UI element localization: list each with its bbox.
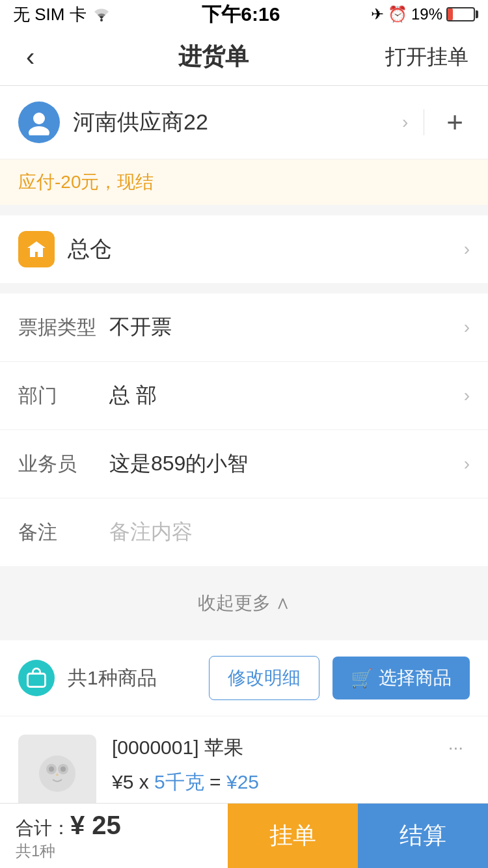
dept-row[interactable]: 部门 总 部 › [0, 361, 488, 429]
chevron-right-icon: › [464, 239, 470, 260]
notice-text: 应付-20元，现结 [18, 172, 154, 192]
nav-bar: ‹ 进货单 打开挂单 [0, 29, 488, 86]
product-price: ¥5 x 5千克 = ¥25 [112, 769, 426, 796]
page-title: 进货单 [178, 41, 249, 73]
svg-point-0 [100, 19, 103, 21]
qty-value: 5千克 [154, 771, 204, 793]
status-left: 无 SIM 卡 [13, 3, 111, 26]
total-amount: ¥ 25 [70, 811, 121, 840]
status-bar: 无 SIM 卡 下午6:16 ✈ ⏰ 19% [0, 0, 488, 29]
wifi-icon [92, 7, 111, 21]
edit-details-button[interactable]: 修改明细 [209, 656, 319, 700]
equals-sign: = [210, 771, 226, 793]
chevron-right-icon: › [464, 454, 470, 474]
add-button[interactable]: + [440, 106, 470, 139]
sales-label: 业务员 [18, 451, 109, 478]
product-thumbnail [18, 735, 96, 813]
owl-logo-icon [34, 751, 80, 796]
battery-icon [446, 7, 475, 21]
home-icon [26, 239, 47, 260]
product-name: [0000001] 苹果 [112, 735, 426, 761]
warehouse-row[interactable]: 总仓 › [0, 215, 488, 283]
shopping-bag-icon [25, 666, 48, 690]
location-icon: ✈ [371, 5, 384, 23]
bottom-bar: 合计： ¥ 25 共1种 挂单 结算 [0, 803, 488, 868]
carrier-text: 无 SIM 卡 [13, 3, 87, 26]
warehouse-section: 总仓 › [0, 215, 488, 283]
form-section: 票据类型 不开票 › 部门 总 部 › 业务员 这是859的小智 › 备注 备注… [0, 293, 488, 566]
invoice-label: 票据类型 [18, 314, 109, 341]
supplier-name: 河南供应商22 [73, 107, 402, 137]
back-button[interactable]: ‹ [20, 36, 41, 78]
remark-row[interactable]: 备注 备注内容 [0, 498, 488, 566]
collapse-label: 收起更多 ∧ [198, 591, 291, 616]
product-count: 共1种商品 [68, 665, 196, 692]
collapse-bar[interactable]: 收起更多 ∧ [0, 576, 488, 630]
vertical-divider [424, 109, 424, 135]
settle-button[interactable]: 结算 [358, 804, 488, 868]
product-code: [0000001] [112, 737, 198, 758]
chevron-right-icon: › [402, 112, 408, 133]
chevron-right-icon: › [464, 385, 470, 406]
invoice-row[interactable]: 票据类型 不开票 › [0, 293, 488, 361]
warehouse-icon [18, 231, 55, 267]
supplier-avatar [18, 102, 60, 143]
svg-point-8 [61, 766, 66, 772]
alarm-icon: ⏰ [388, 5, 407, 23]
dept-value: 总 部 [109, 381, 464, 410]
status-time: 下午6:16 [202, 1, 280, 28]
svg-point-7 [49, 766, 54, 772]
supplier-section: 河南供应商22 › + 应付-20元，现结 [0, 86, 488, 205]
supplier-row[interactable]: 河南供应商22 › + [0, 86, 488, 159]
price-separator: x [139, 771, 154, 793]
invoice-value: 不开票 [109, 313, 464, 342]
remark-input[interactable]: 备注内容 [109, 518, 470, 547]
status-right: ✈ ⏰ 19% [371, 5, 475, 23]
svg-point-2 [29, 126, 49, 135]
total-count: 共1种 [16, 841, 212, 861]
total-label: 合计： [16, 816, 70, 841]
sales-value: 这是859的小智 [109, 450, 464, 478]
svg-rect-3 [28, 673, 46, 686]
total-value: ¥25 [226, 771, 259, 793]
more-options-button[interactable]: ··· [442, 735, 470, 761]
warehouse-name: 总仓 [68, 234, 464, 264]
price-value: ¥5 [112, 771, 133, 793]
cart-icon: 🛒 [351, 668, 373, 689]
product-icon [18, 660, 55, 696]
battery-percent: 19% [411, 5, 442, 23]
product-title: 苹果 [204, 737, 243, 758]
sales-row[interactable]: 业务员 这是859的小智 › [0, 429, 488, 498]
remark-label: 备注 [18, 519, 109, 546]
main-content: 河南供应商22 › + 应付-20元，现结 总仓 › 票据类型 不开票 › [0, 86, 488, 868]
person-icon [26, 109, 52, 135]
product-header: 共1种商品 修改明细 🛒 选择商品 [0, 640, 488, 716]
svg-point-1 [33, 113, 45, 124]
product-info: [0000001] 苹果 ¥5 x 5千克 = ¥25 [112, 735, 426, 796]
pend-button[interactable]: 挂单 [228, 804, 358, 868]
select-product-button[interactable]: 🛒 选择商品 [332, 657, 470, 699]
open-pending-button[interactable]: 打开挂单 [385, 43, 468, 72]
notice-bar: 应付-20元，现结 [0, 159, 488, 205]
chevron-right-icon: › [464, 317, 470, 338]
dept-label: 部门 [18, 383, 109, 409]
total-section: 合计： ¥ 25 共1种 [0, 804, 228, 868]
